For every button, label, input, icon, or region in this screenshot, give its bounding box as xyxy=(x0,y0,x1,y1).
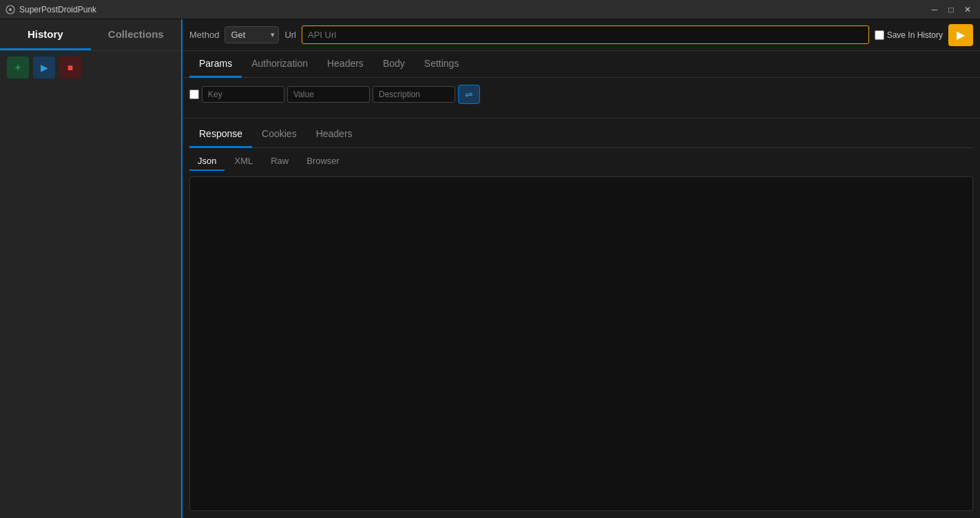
app-container: History Collections ＋ ▶ ■ Method xyxy=(0,19,980,518)
minimize-button[interactable]: ─ xyxy=(928,3,941,17)
svg-point-1 xyxy=(9,8,12,11)
resp-tab-response[interactable]: Response xyxy=(189,121,252,148)
run-button[interactable]: ▶ xyxy=(33,56,55,79)
param-checkbox[interactable] xyxy=(189,90,199,99)
sidebar-tab-history[interactable]: History xyxy=(0,19,91,50)
titlebar: SuperPostDroidPunk ─ □ ✕ xyxy=(0,0,980,19)
titlebar-left: SuperPostDroidPunk xyxy=(6,5,96,14)
response-tabs: Response Cookies Headers xyxy=(189,121,973,148)
response-body xyxy=(189,176,973,511)
sidebar-actions: ＋ ▶ ■ xyxy=(0,51,181,84)
sidebar: History Collections ＋ ▶ ■ xyxy=(0,19,183,518)
params-row: ⇌ xyxy=(189,85,973,104)
sidebar-tab-collections[interactable]: Collections xyxy=(91,19,182,50)
request-tabs: Params Authorization Headers Body Settin… xyxy=(183,51,980,78)
method-label: Method xyxy=(189,30,219,40)
run-icon: ▶ xyxy=(41,62,48,73)
add-icon: ＋ xyxy=(13,61,23,74)
params-section: ⇌ xyxy=(183,78,980,115)
main-panel: Method Get Post Put Delete Patch Head Op… xyxy=(183,19,980,518)
param-description-input[interactable] xyxy=(373,86,455,103)
delete-icon: ■ xyxy=(67,62,73,73)
param-value-input[interactable] xyxy=(287,86,370,103)
tab-settings[interactable]: Settings xyxy=(415,51,469,78)
bulk-edit-icon: ⇌ xyxy=(465,89,473,100)
fmt-tab-json[interactable]: Json xyxy=(189,152,225,171)
tab-params[interactable]: Params xyxy=(189,51,242,78)
maximize-button[interactable]: □ xyxy=(944,3,958,17)
send-button[interactable]: ▶ xyxy=(948,24,973,46)
send-icon: ▶ xyxy=(957,28,965,41)
fmt-tab-browser[interactable]: Browser xyxy=(298,152,348,171)
tab-authorization[interactable]: Authorization xyxy=(242,51,317,78)
tab-headers[interactable]: Headers xyxy=(317,51,373,78)
save-history-label[interactable]: Save In History xyxy=(875,30,943,40)
bulk-edit-button[interactable]: ⇌ xyxy=(458,85,480,104)
fmt-tab-xml[interactable]: XML xyxy=(226,152,261,171)
response-format-tabs: Json XML Raw Browser xyxy=(189,152,973,171)
titlebar-controls: ─ □ ✕ xyxy=(928,3,974,17)
delete-button[interactable]: ■ xyxy=(59,56,81,79)
response-section: Response Cookies Headers Json XML Raw xyxy=(183,121,980,518)
method-select[interactable]: Get Post Put Delete Patch Head Options xyxy=(225,26,279,43)
add-button[interactable]: ＋ xyxy=(7,56,29,79)
param-key-input[interactable] xyxy=(202,86,284,103)
sidebar-content xyxy=(0,84,181,518)
resp-tab-cookies[interactable]: Cookies xyxy=(252,121,306,148)
tab-body[interactable]: Body xyxy=(373,51,415,78)
method-wrapper: Get Post Put Delete Patch Head Options xyxy=(225,26,279,43)
resp-tab-headers[interactable]: Headers xyxy=(306,121,362,148)
app-icon xyxy=(6,5,15,14)
section-divider xyxy=(183,118,980,118)
close-button[interactable]: ✕ xyxy=(961,3,974,17)
fmt-tab-raw[interactable]: Raw xyxy=(262,152,297,171)
save-history-checkbox[interactable] xyxy=(875,30,884,40)
app-title: SuperPostDroidPunk xyxy=(19,5,96,14)
sidebar-tabs: History Collections xyxy=(0,19,181,51)
url-label: Url xyxy=(284,30,296,40)
url-input[interactable] xyxy=(302,25,869,44)
toolbar: Method Get Post Put Delete Patch Head Op… xyxy=(183,19,980,51)
